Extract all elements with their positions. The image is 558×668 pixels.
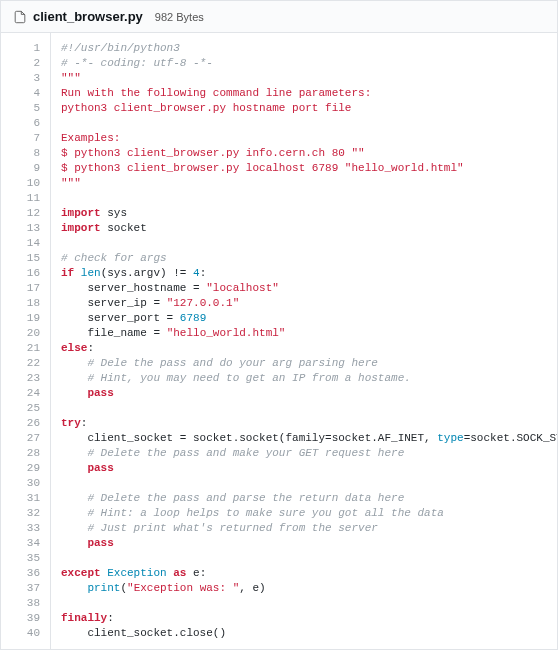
code-line[interactable]: Run with the following command line para… (61, 86, 557, 101)
code-line[interactable]: # Delete the pass and make your GET requ… (61, 446, 557, 461)
code-line[interactable]: if len(sys.argv) != 4: (61, 266, 557, 281)
code-line[interactable]: server_ip = "127.0.0.1" (61, 296, 557, 311)
line-number: 9 (1, 161, 50, 176)
code-line[interactable]: pass (61, 386, 557, 401)
line-number: 4 (1, 86, 50, 101)
line-number-gutter: 1234567891011121314151617181920212223242… (1, 33, 51, 649)
code-line[interactable] (61, 401, 557, 416)
line-number: 40 (1, 626, 50, 641)
line-number: 10 (1, 176, 50, 191)
code-line[interactable]: import sys (61, 206, 557, 221)
code-line[interactable]: """ (61, 176, 557, 191)
file-size: 982 Bytes (155, 11, 204, 23)
line-number: 32 (1, 506, 50, 521)
line-number: 17 (1, 281, 50, 296)
code-line[interactable]: # Dele the pass and do your arg parsing … (61, 356, 557, 371)
line-number: 16 (1, 266, 50, 281)
line-number: 28 (1, 446, 50, 461)
line-number: 18 (1, 296, 50, 311)
line-number: 7 (1, 131, 50, 146)
line-number: 31 (1, 491, 50, 506)
code-line[interactable]: except Exception as e: (61, 566, 557, 581)
line-number: 34 (1, 536, 50, 551)
file-icon (13, 10, 27, 24)
line-number: 36 (1, 566, 50, 581)
line-number: 26 (1, 416, 50, 431)
file-name[interactable]: client_browser.py (33, 9, 143, 24)
code-line[interactable]: # -*- coding: utf-8 -*- (61, 56, 557, 71)
line-number: 8 (1, 146, 50, 161)
code-line[interactable]: # check for args (61, 251, 557, 266)
line-number: 21 (1, 341, 50, 356)
code-line[interactable]: client_socket = socket.socket(family=soc… (61, 431, 557, 446)
code-line[interactable] (61, 191, 557, 206)
line-number: 13 (1, 221, 50, 236)
line-number: 15 (1, 251, 50, 266)
code-line[interactable]: else: (61, 341, 557, 356)
line-number: 14 (1, 236, 50, 251)
code-line[interactable]: finally: (61, 611, 557, 626)
line-number: 29 (1, 461, 50, 476)
code-line[interactable] (61, 596, 557, 611)
file-header: client_browser.py 982 Bytes (0, 0, 558, 33)
line-number: 27 (1, 431, 50, 446)
code-line[interactable]: import socket (61, 221, 557, 236)
code-line[interactable]: try: (61, 416, 557, 431)
code-line[interactable]: $ python3 client_browser.py localhost 67… (61, 161, 557, 176)
code-line[interactable]: client_socket.close() (61, 626, 557, 641)
line-number: 39 (1, 611, 50, 626)
line-number: 19 (1, 311, 50, 326)
code-line[interactable] (61, 551, 557, 566)
code-line[interactable]: python3 client_browser.py hostname port … (61, 101, 557, 116)
line-number: 38 (1, 596, 50, 611)
line-number: 33 (1, 521, 50, 536)
code-line[interactable] (61, 236, 557, 251)
line-number: 12 (1, 206, 50, 221)
code-area[interactable]: #!/usr/bin/python3# -*- coding: utf-8 -*… (51, 33, 557, 649)
line-number: 24 (1, 386, 50, 401)
line-number: 30 (1, 476, 50, 491)
line-number: 35 (1, 551, 50, 566)
line-number: 37 (1, 581, 50, 596)
code-line[interactable]: # Delete the pass and parse the return d… (61, 491, 557, 506)
line-number: 6 (1, 116, 50, 131)
code-line[interactable]: server_port = 6789 (61, 311, 557, 326)
code-line[interactable]: #!/usr/bin/python3 (61, 41, 557, 56)
code-line[interactable]: pass (61, 536, 557, 551)
code-line[interactable]: # Hint, you may need to get an IP from a… (61, 371, 557, 386)
code-line[interactable]: $ python3 client_browser.py info.cern.ch… (61, 146, 557, 161)
line-number: 20 (1, 326, 50, 341)
line-number: 22 (1, 356, 50, 371)
code-line[interactable]: # Just print what's returned from the se… (61, 521, 557, 536)
line-number: 2 (1, 56, 50, 71)
line-number: 1 (1, 41, 50, 56)
line-number: 5 (1, 101, 50, 116)
code-line[interactable]: file_name = "hello_world.html" (61, 326, 557, 341)
code-line[interactable]: Examples: (61, 131, 557, 146)
line-number: 25 (1, 401, 50, 416)
line-number: 11 (1, 191, 50, 206)
code-line[interactable] (61, 116, 557, 131)
line-number: 3 (1, 71, 50, 86)
code-line[interactable]: print("Exception was: ", e) (61, 581, 557, 596)
line-number: 23 (1, 371, 50, 386)
code-container: 1234567891011121314151617181920212223242… (0, 33, 558, 650)
code-line[interactable]: pass (61, 461, 557, 476)
code-line[interactable] (61, 476, 557, 491)
code-line[interactable]: """ (61, 71, 557, 86)
code-line[interactable]: # Hint: a loop helps to make sure you go… (61, 506, 557, 521)
code-line[interactable]: server_hostname = "localhost" (61, 281, 557, 296)
